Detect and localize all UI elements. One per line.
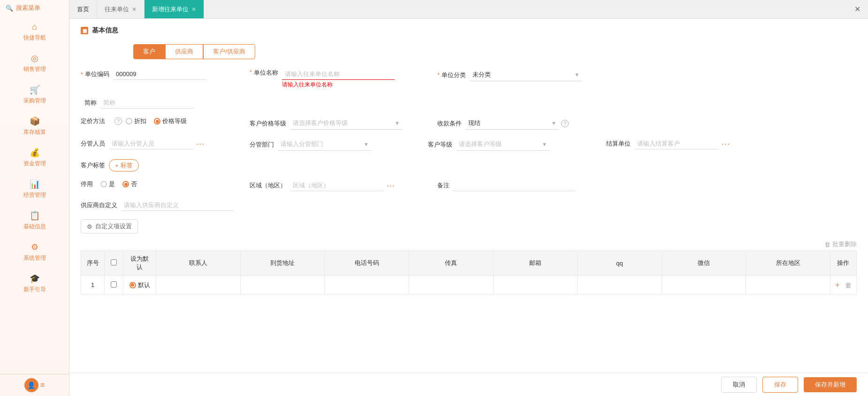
sidebar-item-basic[interactable]: 📋 基础信息 — [0, 205, 69, 236]
row-radio-circle — [129, 282, 136, 288]
operation-icon: 📊 — [30, 179, 40, 189]
td-qq[interactable] — [578, 276, 662, 295]
sidebar-item-quick-nav[interactable]: ⌂ 快捷导航 — [0, 16, 69, 47]
customer-level-select[interactable]: 请选择客户等级 ▼ — [456, 138, 550, 151]
settlement-more-btn[interactable]: ··· — [719, 139, 733, 149]
unit-code-label: 单位编码 — [85, 70, 109, 78]
unit-type-supplier-btn[interactable]: 供应商 — [165, 44, 203, 59]
add-row-btn[interactable]: + — [835, 281, 839, 289]
sidebar-item-sales[interactable]: ◎ 销售管理 — [0, 47, 69, 79]
radio-no[interactable]: 否 — [122, 180, 137, 188]
wechat-input[interactable] — [667, 280, 741, 290]
radio-dot-no — [124, 183, 128, 186]
sidebar-item-finance[interactable]: 💰 资金管理 — [0, 142, 69, 173]
department-field: 分管部门 请输入分管部门 ▼ — [250, 138, 419, 151]
customer-level-field: 客户等级 请选择客户等级 ▼ — [428, 138, 597, 151]
tab-home[interactable]: 首页 — [69, 0, 97, 18]
sidebar-item-operation[interactable]: 📊 经营管理 — [0, 173, 69, 205]
sidebar-item-label: 销售管理 — [23, 65, 46, 73]
batch-delete-label[interactable]: 批量删除 — [832, 240, 857, 248]
customer-level-placeholder: 请选择客户等级 — [459, 140, 542, 148]
sidebar-item-inventory[interactable]: 📦 库存核算 — [0, 110, 69, 142]
td-contact[interactable] — [156, 276, 241, 295]
sidebar-item-guide[interactable]: 🎓 新手引导 — [0, 268, 69, 299]
sidebar-item-label: 快捷导航 — [23, 34, 46, 42]
tab-new-contacts-close[interactable]: ✕ — [191, 6, 196, 13]
custom-settings-btn[interactable]: ⚙ 自定义项设置 — [81, 219, 138, 233]
td-checkbox — [105, 276, 123, 295]
radio-circle-zhekou — [126, 118, 132, 124]
contact-input[interactable] — [161, 280, 236, 290]
td-address[interactable] — [240, 276, 325, 295]
region-more-btn[interactable]: ··· — [384, 181, 398, 191]
sidebar-item-purchase[interactable]: 🛒 采购管理 — [0, 79, 69, 110]
unit-category-select[interactable]: 未分类 ▼ — [470, 69, 582, 81]
unit-name-input[interactable] — [282, 69, 395, 80]
fax-input[interactable] — [414, 280, 488, 290]
form-row-7: 供应商自定义 — [81, 200, 857, 211]
sales-icon: ◎ — [30, 53, 40, 63]
add-tag-btn[interactable]: + 标签 — [109, 159, 139, 171]
pricing-help-icon[interactable]: ? — [114, 117, 122, 125]
td-region[interactable] — [746, 276, 830, 295]
unit-name-field: * 单位名称 请输入往来单位名称 — [250, 69, 428, 89]
manager-label: 分管人员 — [81, 140, 105, 148]
sidebar-item-system[interactable]: ⚙ 系统管理 — [0, 236, 69, 268]
manager-more-btn[interactable]: ··· — [193, 139, 207, 149]
unit-name-label: 单位名称 — [254, 69, 278, 77]
td-phone[interactable] — [325, 276, 409, 295]
sidebar-bottom: 👤 ≡ — [0, 374, 69, 396]
customer-level-arrow: ▼ — [542, 141, 547, 147]
tab-new-contacts[interactable]: 新增往来单位 ✕ — [145, 0, 204, 18]
unit-code-input[interactable] — [113, 69, 207, 80]
td-default[interactable]: 默认 — [123, 276, 156, 295]
save-new-button[interactable]: 保存并新增 — [804, 377, 857, 392]
sidebar-expand-icon[interactable]: ≡ — [40, 381, 45, 389]
department-select[interactable]: 请输入分管部门 ▼ — [278, 138, 372, 151]
radio-jiage[interactable]: 价格等级 — [154, 117, 187, 125]
row-default-radio[interactable]: 默认 — [128, 281, 151, 289]
td-wechat[interactable] — [662, 276, 746, 295]
settlement-input[interactable] — [634, 138, 719, 149]
short-name-input[interactable] — [100, 97, 194, 109]
address-input[interactable] — [245, 280, 320, 290]
unit-type-customer-btn[interactable]: 客户 — [133, 44, 165, 59]
plus-icon: + — [115, 162, 119, 169]
search-menu[interactable]: 🔍 搜索菜单 — [0, 0, 69, 16]
td-fax[interactable] — [409, 276, 493, 295]
qq-input[interactable] — [582, 280, 657, 290]
td-email[interactable] — [493, 276, 578, 295]
customer-price-select[interactable]: 请选择客户价格等级 ▼ — [290, 117, 403, 130]
manager-input[interactable] — [109, 138, 193, 149]
th-address: 到货地址 — [240, 251, 325, 276]
tab-contacts[interactable]: 往来单位 ✕ — [97, 0, 145, 18]
cancel-button[interactable]: 取消 — [721, 377, 757, 393]
customer-tag-field: 客户标签 + 标签 — [81, 159, 847, 171]
radio-zhekou[interactable]: 折扣 — [126, 117, 146, 125]
phone-input[interactable] — [329, 280, 404, 290]
sidebar-item-label: 新手引导 — [23, 286, 46, 294]
remark-input[interactable] — [453, 180, 575, 191]
save-button[interactable]: 保存 — [762, 377, 798, 393]
payment-terms-select[interactable]: 现结 ▼ — [465, 117, 559, 130]
department-arrow: ▼ — [364, 141, 369, 147]
payment-terms-label: 收款条件 — [437, 119, 462, 128]
window-close-button[interactable]: ✕ — [847, 5, 868, 14]
delete-row-btn[interactable]: 🗑 — [845, 281, 852, 289]
tab-contacts-close[interactable]: ✕ — [132, 6, 137, 13]
payment-help-icon[interactable]: ? — [561, 120, 569, 127]
pricing-radio-group: 折扣 价格等级 — [126, 117, 187, 125]
supplier-custom-input[interactable] — [121, 200, 234, 211]
email-input[interactable] — [498, 280, 573, 290]
td-action: + 🗑 — [830, 276, 856, 295]
select-all-checkbox[interactable] — [111, 259, 117, 265]
region-table-input[interactable] — [751, 280, 825, 290]
chevron-down-icon: ▼ — [574, 72, 579, 78]
radio-yes[interactable]: 是 — [100, 180, 115, 188]
tab-home-label: 首页 — [77, 5, 89, 14]
user-avatar[interactable]: 👤 — [24, 378, 38, 392]
unit-type-both-btn[interactable]: 客户/供应商 — [203, 44, 255, 59]
tab-new-contacts-label: 新增往来单位 — [152, 5, 189, 14]
region-input[interactable] — [290, 180, 384, 191]
row-checkbox[interactable] — [111, 281, 117, 287]
